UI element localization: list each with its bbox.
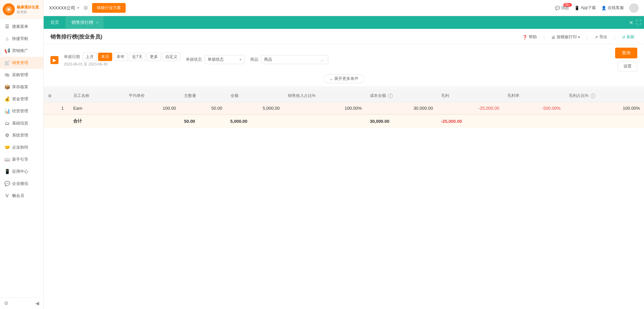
menu-label-system: 系统管理 <box>12 133 28 138</box>
help-btn[interactable]: ❓ 帮助 <box>520 33 540 41</box>
topbar-settings-icon[interactable]: ⚙ <box>83 5 88 11</box>
row-settings <box>44 102 56 115</box>
filter-expand-area: ⌄ 展开更多条件 <box>50 74 637 83</box>
footer-amount: 5,000.00 <box>226 114 284 128</box>
tabbar-maximize-icon[interactable]: ⛶ <box>636 19 641 25</box>
menu-icon-wechat: 💬 <box>4 181 10 187</box>
table-header-row: ⚙ 员工名称 平均单价 主数量 全额 销售收入占比% 成本全额 i 毛利 <box>44 90 644 102</box>
col-settings-header: ⚙ <box>44 90 56 102</box>
row-cost: 30,000.00 <box>366 102 437 115</box>
date-btn-本月[interactable]: 本月 <box>98 53 112 61</box>
table-row: 1 Eam 100.00 50.00 5,000.00 100.00% 30,0… <box>44 102 644 115</box>
col-qty-header: 主数量 <box>180 90 226 102</box>
sidebar-item-system[interactable]: ⚙系统管理 <box>0 129 43 141</box>
goods-select[interactable]: 商品 … <box>261 55 328 64</box>
menu-icon-finance: 💰 <box>4 96 10 102</box>
menu-icon-apps: 📱 <box>4 168 10 174</box>
refresh-btn[interactable]: ↺ 刷新 <box>619 33 637 41</box>
date-btn-更多[interactable]: 更多 <box>147 53 161 61</box>
sidebar-menu: ☰搜索菜单⌂快捷导航📢营销推广🛒销售管理🛍采购管理📦库存核算💰资金管理📊经营管理… <box>0 19 43 297</box>
company-selector[interactable]: XXXXXX公司 ▾ <box>49 5 79 11</box>
tab-active-label: 销售排行榜 <box>72 19 93 25</box>
page-header-actions: ❓ 帮助 | 🖨 按模板打印 ▾ | ↗ 导出 | ↺ 刷新 <box>520 33 637 41</box>
print-btn[interactable]: 🖨 按模板打印 ▾ <box>549 33 583 41</box>
gross-pct-info-icon[interactable]: i <box>591 94 595 98</box>
sidebar-item-member[interactable]: V畅会员 <box>0 190 43 202</box>
sidebar-item-sales[interactable]: 🛒销售管理 <box>0 57 43 69</box>
row-gross-pct: 100.00% <box>565 102 644 115</box>
table-container: ⚙ 员工名称 平均单价 主数量 全额 销售收入占比% 成本全额 i 毛利 <box>44 90 644 309</box>
tabbar-actions: ✕ ⛶ <box>629 19 644 26</box>
row-gross-rate: -500.00% <box>503 102 565 115</box>
sidebar-item-purchase[interactable]: 🛍采购管理 <box>0 69 43 81</box>
settings-button[interactable]: 设置 <box>618 61 637 71</box>
menu-label-search: 搜索菜单 <box>12 24 28 30</box>
date-btn-近7天[interactable]: 近7天 <box>129 53 145 61</box>
tabbar-close-icon[interactable]: ✕ <box>629 19 633 26</box>
expand-more-btn[interactable]: ⌄ 展开更多条件 <box>324 74 364 83</box>
menu-label-guide: 新手引导 <box>12 157 28 162</box>
row-rank: 1 <box>56 102 69 115</box>
topbar-message-btn[interactable]: 💬 消息 99+ <box>555 5 569 11</box>
app-download-btn[interactable]: 📱 App下载 <box>574 5 596 11</box>
status-filter-label: 单据状态 <box>186 57 202 62</box>
sidebar-logo: 畅康通好生意 标准版 <box>0 0 43 19</box>
sidebar-settings-icon[interactable]: ⚙ <box>4 300 8 306</box>
sidebar-item-finance[interactable]: 💰资金管理 <box>0 93 43 105</box>
footer-gross-rate <box>503 114 565 128</box>
logo-text: 畅康通好生意 <box>17 5 39 10</box>
help-icon: ❓ <box>522 35 527 40</box>
sidebar-item-marketing[interactable]: 📢营销推广 <box>0 45 43 57</box>
date-btn-本年[interactable]: 本年 <box>114 53 128 61</box>
sidebar-collapse-icon[interactable]: ◀ <box>35 300 39 306</box>
sidebar-item-guide[interactable]: 📖新手引导 <box>0 153 43 165</box>
sidebar-item-enterprise[interactable]: 🤝企业协同 <box>0 141 43 153</box>
sidebar-item-operations[interactable]: 📊经营管理 <box>0 105 43 117</box>
cost-info-icon[interactable]: i <box>388 94 393 98</box>
app-download-icon: 📱 <box>574 6 579 10</box>
status-select[interactable]: 单据状态 ▾ <box>205 55 245 64</box>
sidebar-item-quick-nav[interactable]: ⌂快捷导航 <box>0 33 43 45</box>
user-avatar[interactable] <box>629 3 639 13</box>
tab-sales-ranking[interactable]: 销售排行榜 × <box>66 16 103 29</box>
support-icon: 👤 <box>601 6 606 10</box>
query-button[interactable]: 查询 <box>615 48 637 58</box>
menu-icon-purchase: 🛍 <box>4 72 10 78</box>
menu-label-apps: 应用中心 <box>12 169 28 174</box>
sidebar-item-apps[interactable]: 📱应用中心 <box>0 165 43 177</box>
help-label: 帮助 <box>529 34 537 40</box>
menu-icon-inventory: 📦 <box>4 84 10 90</box>
main-area: XXXXXX公司 ▾ ⚙ 体验行业方案 💬 消息 99+ 📱 App下载 👤 在… <box>44 0 644 309</box>
online-support-btn[interactable]: 👤 在线客服 <box>601 5 624 11</box>
date-btn-自定义[interactable]: 自定义 <box>162 53 180 61</box>
date-btn-上月[interactable]: 上月 <box>83 53 97 61</box>
col-settings-icon[interactable]: ⚙ <box>48 94 52 98</box>
refresh-icon: ↺ <box>622 35 625 40</box>
menu-label-wechat: 企业微信 <box>12 181 28 187</box>
sidebar-item-basic[interactable]: 🗂基础信息 <box>0 117 43 129</box>
col-avg-price-header: 平均单价 <box>125 90 180 102</box>
footer-settings-cell <box>44 114 69 128</box>
col-name-header: 员工名称 <box>69 90 125 102</box>
trial-button[interactable]: 体验行业方案 <box>92 3 126 13</box>
refresh-label: 刷新 <box>627 34 635 40</box>
menu-icon-member: V <box>4 193 10 199</box>
menu-label-member: 畅会员 <box>12 193 24 199</box>
footer-cost: 30,000.00 <box>366 114 437 128</box>
footer-avg-price <box>125 114 180 128</box>
menu-icon-sales: 🛒 <box>4 60 10 66</box>
tab-home[interactable]: 首页 <box>44 16 66 29</box>
sidebar-item-wechat[interactable]: 💬企业微信 <box>0 177 43 190</box>
menu-icon-guide: 📖 <box>4 156 10 162</box>
sidebar-item-search[interactable]: ☰搜索菜单 <box>0 20 43 33</box>
filter-toggle-btn[interactable]: ▶ <box>50 56 58 64</box>
row-sales-pct: 100.00% <box>284 102 366 115</box>
goods-more-icon[interactable]: … <box>320 57 325 62</box>
message-icon: 💬 <box>555 6 560 10</box>
export-btn[interactable]: ↗ 导出 <box>592 33 610 41</box>
tab-close-icon[interactable]: × <box>96 20 98 24</box>
company-chevron-icon: ▾ <box>77 6 79 10</box>
sidebar-item-inventory[interactable]: 📦库存核算 <box>0 81 43 93</box>
menu-icon-search: ☰ <box>4 23 10 30</box>
col-rank-header <box>56 90 69 102</box>
